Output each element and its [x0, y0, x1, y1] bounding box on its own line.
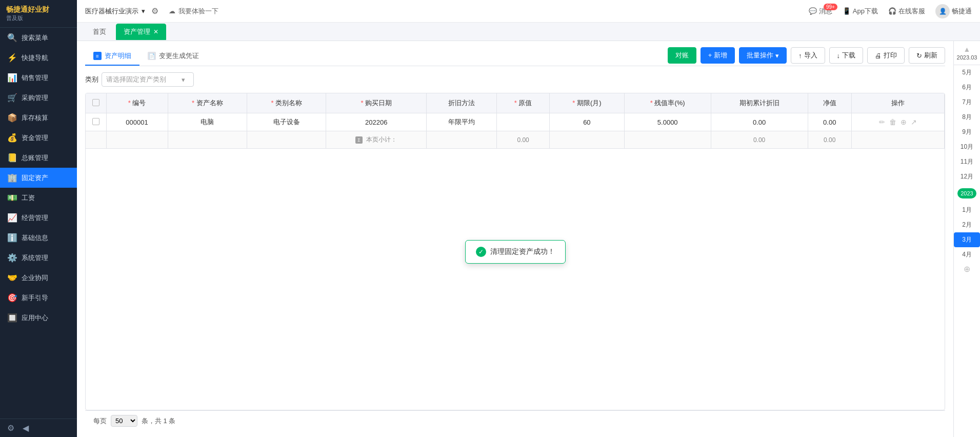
- sidebar-item-finance[interactable]: 💰 资金管理: [0, 128, 77, 148]
- sidebar-item-label: 搜索菜单: [22, 33, 48, 43]
- sub-tab-asset-detail-label: 资产明细: [105, 51, 131, 61]
- print-button[interactable]: 🖨 打印: [867, 47, 905, 64]
- tab-asset-management[interactable]: 资产管理 ✕: [116, 24, 166, 40]
- sales-icon: 📊: [7, 73, 17, 83]
- add-button[interactable]: + 新增: [701, 47, 735, 64]
- sidebar-item-quicknav[interactable]: ⚡ 快捷导航: [0, 48, 77, 68]
- tab-home-label: 首页: [93, 28, 106, 35]
- topbar-right: 💬 消息 99+ 📱 App下载 🎧 在线客服 👤 畅捷通: [809, 4, 972, 18]
- category-filter: 类别 请选择固定资产类别 ▾: [85, 72, 194, 87]
- calendar-month-2[interactable]: 2月: [954, 217, 980, 232]
- calendar-month-1[interactable]: 1月: [954, 203, 980, 217]
- sidebar-item-purchase[interactable]: 🛒 采购管理: [0, 88, 77, 108]
- sub-tab-change-voucher[interactable]: 📄 变更生成凭证: [139, 47, 207, 66]
- sidebar-item-label: 工资: [22, 193, 35, 203]
- calendar-month-8[interactable]: 8月: [954, 110, 980, 125]
- per-page-select[interactable]: 50 10 20 100: [111, 415, 137, 427]
- user-name: 畅捷通: [952, 7, 972, 16]
- collapse-icon[interactable]: ◀: [23, 423, 29, 433]
- calendar-up-arrow[interactable]: ▲: [964, 45, 971, 53]
- sub-tab-asset-detail[interactable]: ≡ 资产明细: [85, 47, 139, 66]
- row-opening-depreciation: 0.00: [711, 113, 808, 131]
- message-button[interactable]: 💬 消息 99+: [809, 7, 832, 16]
- calendar-month-5[interactable]: 5月: [954, 65, 980, 80]
- subtotal-original-value: 0.00: [497, 131, 550, 149]
- header-checkbox: [86, 93, 106, 113]
- calendar-expand-icon[interactable]: ⊕: [962, 262, 972, 276]
- more-icon[interactable]: ↗: [911, 118, 917, 126]
- row-name: 电脑: [168, 113, 247, 131]
- download-button[interactable]: ↓ 下载: [829, 47, 864, 64]
- content-area: ≡ 资产明细 📄 变更生成凭证 对账 + 新增 批量操作 ▾: [77, 41, 980, 437]
- filter-dropdown-icon: ▾: [182, 76, 185, 84]
- tab-close-icon[interactable]: ✕: [153, 28, 158, 35]
- sidebar-item-inventory[interactable]: 📦 库存核算: [0, 108, 77, 128]
- download-label: 下载: [842, 51, 855, 60]
- app-download-label: App下载: [853, 7, 878, 16]
- download-icon: 📱: [843, 7, 851, 15]
- delete-icon[interactable]: 🗑: [889, 118, 896, 126]
- row-checkbox[interactable]: [92, 118, 99, 125]
- sidebar-item-enterprise[interactable]: 🤝 企业协同: [0, 268, 77, 288]
- sidebar-item-guide[interactable]: 🎯 新手引导: [0, 288, 77, 308]
- sidebar-item-sales[interactable]: 📊 销售管理: [0, 68, 77, 88]
- batch-button[interactable]: 批量操作 ▾: [739, 47, 787, 64]
- calendar-month-9[interactable]: 9月: [954, 125, 980, 140]
- company-selector[interactable]: 医疗器械行业演示 ▾: [85, 7, 145, 16]
- settings-button[interactable]: ⚙: [151, 6, 158, 16]
- category-select[interactable]: 请选择固定资产类别 ▾: [102, 72, 194, 87]
- add-label: + 新增: [708, 51, 727, 60]
- experience-label: 我要体验一下: [178, 7, 218, 16]
- row-net-value: 0.00: [808, 113, 851, 131]
- calendar-month-12[interactable]: 12月: [954, 169, 980, 184]
- calendar-year-badge[interactable]: 2023: [957, 188, 976, 198]
- sidebar-item-system[interactable]: ⚙️ 系统管理: [0, 248, 77, 268]
- subtotal-icon: Σ: [355, 136, 363, 144]
- import-button[interactable]: ↑ 导入: [791, 47, 825, 64]
- header-net-value: 净值: [808, 93, 851, 113]
- header-code: * 编号: [106, 93, 168, 113]
- sidebar-item-fixed-assets[interactable]: 🏢 固定资产: [0, 168, 77, 188]
- calendar-month-11[interactable]: 11月: [954, 154, 980, 169]
- per-page-label: 每页: [93, 416, 107, 426]
- row-action: ✏ 🗑 ⊕ ↗: [851, 113, 944, 131]
- import-icon: ↑: [798, 52, 802, 59]
- select-all-checkbox[interactable]: [92, 99, 99, 106]
- sidebar-item-search[interactable]: 🔍 搜索菜单: [0, 28, 77, 48]
- app-download-button[interactable]: 📱 App下载: [843, 7, 878, 16]
- base-info-icon: ℹ️: [7, 233, 17, 243]
- fixed-assets-icon: 🏢: [7, 173, 17, 183]
- sidebar-item-label: 资金管理: [22, 133, 48, 143]
- match-label: 对账: [675, 51, 689, 60]
- settings-icon[interactable]: ⚙: [7, 423, 14, 433]
- calendar-month-3-current[interactable]: 3月: [954, 232, 980, 247]
- finance-icon: 💰: [7, 133, 17, 143]
- sidebar-item-app-center[interactable]: 🔲 应用中心: [0, 308, 77, 328]
- header-purchase-date: * 购买日期: [326, 93, 427, 113]
- header-residual-rate: * 残值率(%): [624, 93, 711, 113]
- online-service-button[interactable]: 🎧 在线客服: [888, 7, 925, 16]
- filter-label: 类别: [85, 75, 98, 84]
- sidebar-item-base-info[interactable]: ℹ️ 基础信息: [0, 228, 77, 248]
- calendar-month-10[interactable]: 10月: [954, 140, 980, 154]
- copy-icon[interactable]: ⊕: [901, 118, 907, 126]
- calendar-month-6[interactable]: 6月: [954, 80, 980, 95]
- user-menu[interactable]: 👤 畅捷通: [935, 4, 972, 18]
- change-voucher-icon: 📄: [148, 52, 156, 60]
- edit-icon[interactable]: ✏: [879, 118, 885, 126]
- match-button[interactable]: 对账: [668, 47, 696, 64]
- sidebar-item-ledger[interactable]: 📒 总账管理: [0, 148, 77, 168]
- quicknav-icon: ⚡: [7, 53, 17, 63]
- print-label: 打印: [884, 51, 897, 60]
- sidebar-item-management[interactable]: 📈 经营管理: [0, 208, 77, 228]
- sidebar-item-salary[interactable]: 💵 工资: [0, 188, 77, 208]
- subtotal-net-value: 0.00: [808, 131, 851, 149]
- calendar-month-7[interactable]: 7月: [954, 95, 980, 110]
- company-dropdown-icon: ▾: [142, 7, 145, 15]
- calendar-month-4[interactable]: 4月: [954, 247, 980, 262]
- refresh-button[interactable]: ↻ 刷新: [909, 47, 945, 64]
- tab-home[interactable]: 首页: [85, 24, 114, 40]
- row-purchase-date: 202206: [326, 113, 427, 131]
- experience-button[interactable]: ☁ 我要体验一下: [169, 7, 218, 16]
- calendar-header: ▲ 2023.03: [954, 41, 980, 65]
